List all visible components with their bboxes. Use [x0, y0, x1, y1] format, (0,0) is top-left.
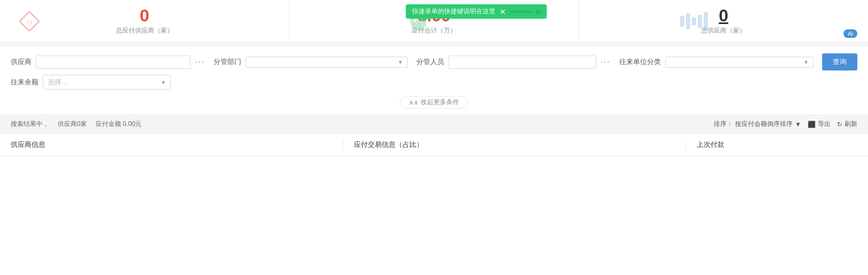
query-button[interactable]: 查询 [822, 53, 857, 70]
sort-value: 按应付会额倒序排序 [735, 120, 793, 129]
tooltip-close-icon[interactable]: ✕ [500, 8, 506, 15]
balance-filter-field: 往来余额 选择... ▼ [11, 75, 171, 90]
tooltip-connector-line [510, 11, 532, 12]
department-label: 分管部门 [214, 57, 241, 67]
unit-category-filter-field: 往来单位分类 ▼ [619, 57, 814, 68]
chart-bar-1 [680, 16, 684, 27]
supplier-count: 供应商0家 [58, 120, 87, 129]
table-body [0, 156, 868, 275]
refresh-icon: ↻ [837, 121, 842, 128]
collapse-up-icon: ∧∧ [409, 99, 419, 106]
refresh-button[interactable]: ↻ 刷新 [837, 120, 857, 129]
chart-bar-3 [692, 17, 696, 25]
total-payable-suppliers-number: 0 [140, 7, 149, 24]
refresh-label: 刷新 [845, 120, 857, 129]
stat-total-suppliers: 0 总供应商（家） Ai [579, 0, 868, 42]
diamond-icon: ◇ [16, 8, 43, 35]
table-header: 供应商信息 应付交易信息（占比） 上次付款 [0, 133, 868, 156]
filter-bar: 供应商 ··· 分管部门 ▼ 分管人员 ··· 往来单位分类 ▼ [0, 47, 868, 115]
tooltip-connector-dot [536, 10, 540, 14]
shortcut-tooltip: 快速录单的快捷键说明在这里 ✕ [406, 4, 547, 19]
stats-bar: ◇ 0 总应付供应商（家） 0.00 应付合计（万） 快速录单的快捷键说明在这里… [0, 0, 868, 43]
unit-category-label: 往来单位分类 [619, 57, 661, 67]
supplier-input[interactable] [36, 56, 191, 69]
results-actions: 排序： 按应付会额倒序排序 ▼ ⬛ 导出 ↻ 刷新 [714, 120, 857, 129]
ai-badge[interactable]: Ai [843, 29, 857, 38]
unit-category-select[interactable]: ▼ [665, 57, 814, 68]
manager-more-btn[interactable]: ··· [601, 57, 611, 67]
sort-button[interactable]: 排序： 按应付会额倒序排序 ▼ [714, 120, 801, 129]
svg-point-6 [417, 24, 419, 26]
balance-chevron-icon: ▼ [161, 80, 166, 85]
chart-icon [680, 12, 708, 30]
supplier-filter-field: 供应商 ··· [11, 56, 205, 69]
amount-label: 应付金额 0.00元 [96, 120, 142, 129]
balance-placeholder: 选择... [48, 77, 161, 87]
filter-row-1: 供应商 ··· 分管部门 ▼ 分管人员 ··· 往来单位分类 ▼ [11, 53, 857, 70]
department-filter-field: 分管部门 ▼ [214, 57, 408, 68]
export-icon: ⬛ [808, 121, 816, 128]
filter-row-2: 往来余额 选择... ▼ [11, 75, 857, 90]
collapse-button[interactable]: ∧∧ 收起更多条件 [400, 96, 468, 108]
sort-label: 排序： [714, 120, 733, 129]
unit-category-chevron-icon: ▼ [803, 59, 809, 65]
total-suppliers-number: 0 [719, 7, 728, 24]
collapse-row: ∧∧ 收起更多条件 [11, 94, 857, 111]
supplier-label: 供应商 [11, 57, 31, 67]
col-header-transaction: 应付交易信息（占比） [354, 140, 675, 150]
export-button[interactable]: ⬛ 导出 [808, 120, 831, 129]
col-divider-1 [343, 140, 343, 150]
col-divider-2 [685, 140, 686, 150]
balance-select[interactable]: 选择... ▼ [43, 75, 171, 90]
department-chevron-icon: ▼ [398, 59, 403, 65]
col-header-supplier: 供应商信息 [11, 140, 332, 150]
svg-point-5 [416, 23, 421, 27]
tooltip-text: 快速录单的快捷键说明在这里 [412, 7, 495, 16]
collapse-label: 收起更多条件 [421, 98, 459, 107]
department-select[interactable]: ▼ [246, 57, 408, 68]
total-payable-suppliers-label: 总应付供应商（家） [116, 26, 173, 35]
balance-label: 往来余额 [11, 77, 38, 87]
manager-filter-field: 分管人员 ··· [416, 56, 611, 69]
chart-bar-4 [698, 14, 702, 28]
chart-bar-2 [686, 13, 690, 29]
sort-chevron-icon: ▼ [795, 121, 801, 128]
col-header-last-payment: 上次付款 [697, 140, 857, 150]
stat-payable-total: 0.00 应付合计（万） 快速录单的快捷键说明在这里 ✕ [289, 0, 579, 42]
export-label: 导出 [818, 120, 831, 129]
supplier-more-btn[interactable]: ··· [195, 57, 205, 67]
manager-label: 分管人员 [416, 57, 444, 67]
svg-text:◇: ◇ [27, 17, 33, 26]
chart-bar-5 [704, 12, 708, 30]
stat-total-payable-suppliers: ◇ 0 总应付供应商（家） [0, 0, 289, 42]
results-info: 搜索结果中， 供应商0家 应付金额 0.00元 [11, 120, 141, 129]
manager-input[interactable] [448, 56, 596, 69]
svg-point-7 [419, 24, 420, 26]
results-bar: 搜索结果中， 供应商0家 应付金额 0.00元 排序： 按应付会额倒序排序 ▼ … [0, 115, 868, 133]
search-prefix: 搜索结果中， [11, 120, 49, 129]
